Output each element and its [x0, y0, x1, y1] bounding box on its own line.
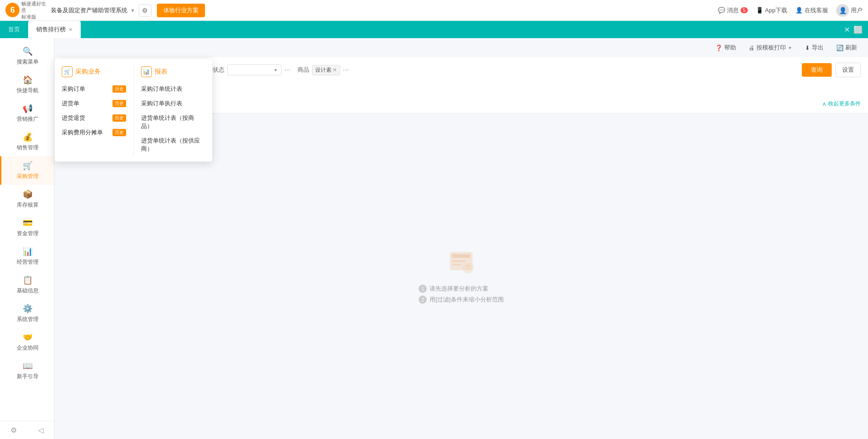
enterprise-icon: 🤝	[23, 332, 33, 342]
sidebar-item-guide-label: 新手引导	[17, 373, 39, 380]
tab-home[interactable]: 首页	[0, 21, 28, 38]
collapse-icon: ∧	[822, 101, 826, 107]
doc-status-dots[interactable]: ···	[284, 66, 290, 74]
dropdown-item-cost-share[interactable]: 采购费用分摊单 历史	[62, 125, 126, 140]
system-name: 装备及固定资产辅助管理系统	[51, 6, 127, 15]
print-dropdown-icon: ▼	[788, 45, 792, 50]
doc-status-select-wrapper: ▼	[227, 64, 282, 75]
export-button[interactable]: ⬇ 导出	[801, 42, 827, 54]
sales-icon: 💰	[23, 132, 33, 142]
online-service-label: 在线客服	[805, 6, 828, 15]
dropdown-item-return[interactable]: 进货退货 历史	[62, 111, 126, 125]
help-icon: ❓	[715, 44, 722, 51]
export-icon: ⬇	[805, 44, 810, 51]
dropdown-col1-title: 采购业务	[75, 68, 101, 76]
empty-illustration: ?	[443, 243, 479, 279]
sidebar-item-quick-nav[interactable]: 🏠 快捷导航	[0, 70, 54, 99]
purchase-dropdown-menu: 🛒 采购业务 采购订单 历史 进货单 历史 进货退货 历史 采购费用分摊单 历史	[54, 59, 212, 162]
sidebar-item-basic-info[interactable]: 📋 基础信息	[0, 271, 54, 299]
logo-text: 畅捷通好生意 标准版	[21, 0, 51, 20]
sidebar-settings-button[interactable]: ⚙	[10, 426, 17, 434]
sidebar-item-basicinfo-label: 基础信息	[17, 287, 39, 295]
online-service-button[interactable]: 👤 在线客服	[795, 6, 828, 15]
refresh-button[interactable]: 🔄 刷新	[833, 42, 861, 54]
refresh-label: 刷新	[845, 44, 857, 52]
sidebar-bottom: ⚙ ◁	[0, 421, 54, 439]
sidebar-item-marketing-label: 营销推广	[17, 115, 39, 123]
user-menu[interactable]: 👤 用户	[836, 4, 863, 17]
history-badge-3: 历史	[112, 129, 126, 136]
maximize-icon: ⬜	[853, 25, 863, 34]
collapse-label: 收起更多条件	[828, 100, 861, 108]
sidebar-collapse-button[interactable]: ◁	[38, 426, 44, 434]
sidebar-item-inventory-label: 库存核算	[17, 201, 39, 209]
svg-rect-2	[452, 260, 466, 262]
empty-tip-2-text: 用[过滤]条件来缩小分析范围	[429, 296, 503, 304]
history-badge-0: 历史	[112, 85, 126, 93]
help-label: 帮助	[724, 44, 736, 52]
service-icon: 👤	[795, 7, 803, 14]
collapse-button[interactable]: ∧ 收起更多条件	[822, 97, 861, 108]
dropdown-item-po-stat[interactable]: 采购订单统计表	[141, 82, 205, 96]
sidebar-item-search[interactable]: 🔍 搜索菜单	[0, 42, 54, 70]
goods-tag-close[interactable]: ✕	[332, 67, 337, 73]
sidebar-item-guide[interactable]: 📖 新手引导	[0, 356, 54, 385]
print-button[interactable]: 🖨 按模板打印 ▼	[745, 42, 796, 54]
sidebar-item-system[interactable]: ⚙️ 系统管理	[0, 299, 54, 328]
messages-button[interactable]: 💬 消息 5	[718, 6, 748, 15]
dropdown-item-incoming[interactable]: 进货单 历史	[62, 96, 126, 111]
sidebar-item-enterprise-label: 企业协同	[17, 344, 39, 352]
filter-actions: 查询 设置	[802, 63, 861, 77]
tip-num-1: 1	[419, 285, 427, 293]
dropdown-col2-title: 报表	[155, 68, 167, 76]
sidebar-item-quicknav-label: 快捷导航	[17, 87, 39, 94]
sidebar-item-marketing[interactable]: 📢 营销推广	[0, 99, 54, 128]
goods-dots[interactable]: ···	[343, 66, 349, 74]
sidebar-item-finance[interactable]: 💳 资金管理	[0, 213, 54, 242]
sidebar-item-enterprise[interactable]: 🤝 企业协同	[0, 328, 54, 356]
help-button[interactable]: ❓ 帮助	[712, 42, 740, 54]
inventory-icon: 📦	[23, 189, 33, 199]
operations-icon: 📊	[23, 247, 33, 256]
empty-tip-1: 1 请先选择要分析的方案	[419, 285, 503, 293]
sidebar-item-inventory[interactable]: 📦 库存核算	[0, 185, 54, 213]
print-label: 按模板打印	[756, 44, 786, 52]
history-badge-2: 历史	[112, 114, 126, 122]
doc-status-select[interactable]	[227, 64, 282, 75]
purchase-menu-icon: 🛒	[23, 161, 33, 171]
export-label: 导出	[812, 44, 824, 52]
tab-close-icon[interactable]: ✕	[68, 27, 73, 33]
app-download-button[interactable]: 📱 App下载	[756, 6, 787, 15]
sidebar-item-purchase[interactable]: 🛒 采购管理	[0, 156, 54, 185]
dropdown-item-po-exec[interactable]: 采购订单执行表	[141, 96, 205, 111]
goods-filter: 商品 设计素 ✕ ···	[297, 65, 349, 75]
industry-solution-button[interactable]: 体验行业方案	[157, 4, 205, 17]
tab-close-all[interactable]: ✕ ⬜	[839, 25, 868, 34]
dropdown-item-purchase-order[interactable]: 采购订单 历史	[62, 82, 126, 96]
search-icon: 🔍	[23, 46, 33, 56]
svg-rect-1	[452, 254, 470, 258]
tabbar: 首页 销售排行榜 ✕ ✕ ⬜	[0, 21, 868, 38]
system-dropdown-icon: ▼	[130, 8, 135, 13]
phone-icon: 📱	[756, 7, 763, 14]
svg-rect-3	[452, 264, 461, 266]
marketing-icon: 📢	[23, 104, 33, 113]
tab-sales-rank[interactable]: 销售排行榜 ✕	[28, 21, 81, 38]
settings-gear-button[interactable]: ⚙	[139, 4, 151, 17]
tab-sales-rank-label: 销售排行榜	[36, 25, 66, 34]
dropdown-item-incoming-stat-supplier[interactable]: 进货单统计表（按供应商）	[141, 133, 205, 156]
sidebar-item-operations[interactable]: 📊 经营管理	[0, 242, 54, 271]
query-button[interactable]: 查询	[802, 63, 832, 77]
empty-tip-2: 2 用[过滤]条件来缩小分析范围	[419, 296, 503, 304]
system-icon: ⚙️	[23, 304, 33, 314]
empty-tips: 1 请先选择要分析的方案 2 用[过滤]条件来缩小分析范围	[419, 285, 503, 304]
sidebar: 🔍 搜索菜单 🏠 快捷导航 📢 营销推广 💰 销售管理 🛒 采购管理 📦 库存核…	[0, 38, 54, 439]
purchase-icon: 🛒	[62, 66, 73, 77]
toolbar: ❓ 帮助 🖨 按模板打印 ▼ ⬇ 导出 🔄 刷新	[54, 38, 868, 57]
setting-button[interactable]: 设置	[835, 63, 861, 77]
dropdown-item-incoming-stat-goods[interactable]: 进货单统计表（按商品）	[141, 111, 205, 133]
system-selector[interactable]: 装备及固定资产辅助管理系统 ▼	[51, 6, 135, 15]
logo-icon: 6	[5, 3, 20, 17]
topbar: 6 畅捷通好生意 标准版 装备及固定资产辅助管理系统 ▼ ⚙ 体验行业方案 💬 …	[0, 0, 868, 21]
sidebar-item-sales[interactable]: 💰 销售管理	[0, 128, 54, 156]
